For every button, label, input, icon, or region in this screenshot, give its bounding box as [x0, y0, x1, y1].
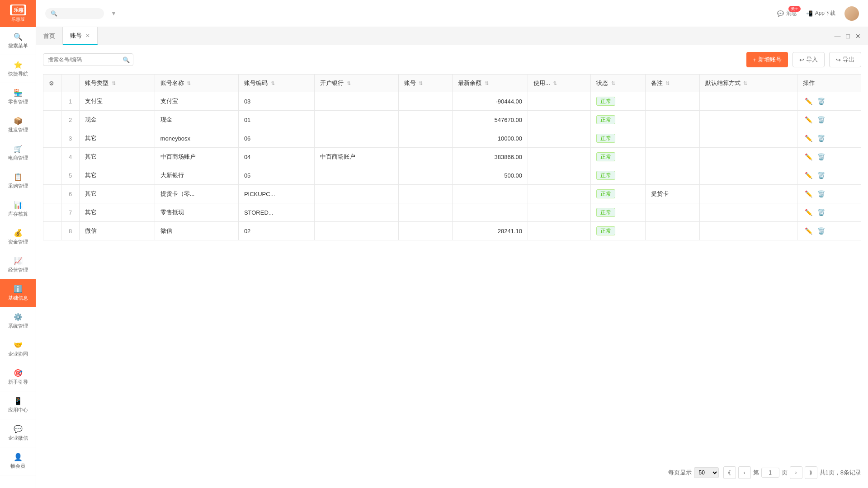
cell-usage	[528, 166, 590, 185]
th-balance-label: 最新余额	[458, 80, 481, 86]
export-label: 导出	[843, 56, 854, 64]
edit-button[interactable]: ✏️	[803, 134, 814, 143]
cell-bank	[315, 129, 398, 148]
delete-button[interactable]: 🗑️	[816, 97, 827, 106]
page-input[interactable]	[761, 468, 779, 478]
cell-default-payment	[699, 129, 797, 148]
cell-bank: 中百商场账户	[315, 148, 398, 166]
logo-text: 乐惠版	[11, 16, 25, 23]
message-icon: 💬	[777, 10, 784, 17]
per-page-select[interactable]: 50 100 200	[694, 467, 719, 478]
sidebar-item-label: 企业协同	[8, 351, 28, 357]
delete-button[interactable]: 🗑️	[816, 226, 827, 235]
window-minimize-button[interactable]: —	[832, 31, 844, 41]
cell-default-payment	[699, 111, 797, 129]
table-row: 1 支付宝 支付宝 03 -90444.00 正常 ✏️ 🗑️	[43, 92, 861, 111]
search-input[interactable]	[43, 53, 133, 66]
cell-remark	[645, 166, 699, 185]
top-search-box[interactable]: 🔍	[45, 8, 104, 19]
delete-button[interactable]: 🗑️	[816, 152, 827, 161]
cell-code: 04	[238, 148, 314, 166]
app-download-button[interactable]: 📲 App下载	[806, 9, 835, 17]
window-maximize-button[interactable]: □	[844, 31, 853, 41]
edit-button[interactable]: ✏️	[803, 115, 814, 124]
edit-button[interactable]: ✏️	[803, 97, 814, 106]
chevron-down-icon[interactable]: ▼	[111, 10, 117, 17]
window-close-button[interactable]: ✕	[853, 31, 863, 41]
th-status[interactable]: 状态 ⇅	[591, 75, 646, 92]
page-next-button[interactable]: ›	[790, 466, 802, 479]
settings-icon[interactable]: ⚙	[49, 80, 54, 87]
th-type[interactable]: 账号类型 ⇅	[80, 75, 155, 92]
sidebar-item-wechat[interactable]: 💬 企业微信	[0, 419, 36, 447]
delete-button[interactable]: 🗑️	[816, 115, 827, 124]
page-first-button[interactable]: ⟪	[723, 466, 736, 479]
user-avatar[interactable]	[844, 6, 859, 21]
th-settings[interactable]: ⚙	[43, 75, 61, 92]
sidebar-item-retail[interactable]: 🏪 零售管理	[0, 83, 36, 111]
header-row: ⚙ 账号类型 ⇅ 账号名称 ⇅ 账号编码 ⇅	[43, 75, 861, 92]
cell-index: 5	[61, 166, 80, 185]
sidebar-item-inventory[interactable]: 📊 库存核算	[0, 195, 36, 223]
th-index	[61, 75, 80, 92]
sidebar-item-guide[interactable]: 🎯 新手引导	[0, 363, 36, 391]
sidebar-item-appcenter[interactable]: 📱 应用中心	[0, 391, 36, 419]
add-account-button[interactable]: + 新增账号	[746, 52, 788, 67]
sort-icon: ⇅	[665, 80, 670, 86]
sidebar-item-operations[interactable]: 📈 经营管理	[0, 251, 36, 279]
cell-balance: 28241.10	[453, 222, 528, 240]
sidebar-item-basic[interactable]: ℹ️ 基础信息	[0, 279, 36, 307]
sidebar-item-finance[interactable]: 💰 资金管理	[0, 223, 36, 251]
th-default-payment-label: 默认结算方式	[705, 80, 741, 86]
cell-index: 3	[61, 129, 80, 148]
th-default-payment[interactable]: 默认结算方式 ⇅	[699, 75, 797, 92]
cell-index: 6	[61, 185, 80, 203]
th-code[interactable]: 账号编码 ⇅	[238, 75, 314, 92]
cell-status: 正常	[591, 111, 646, 129]
page-last-button[interactable]: ⟫	[805, 466, 817, 479]
th-balance[interactable]: 最新余额 ⇅	[453, 75, 528, 92]
sidebar-item-corp[interactable]: 🤝 企业协同	[0, 335, 36, 363]
tab-home[interactable]: 首页	[36, 27, 63, 45]
table-row: 2 现金 现金 01 547670.00 正常 ✏️ 🗑️	[43, 111, 861, 129]
delete-button[interactable]: 🗑️	[816, 189, 827, 198]
edit-button[interactable]: ✏️	[803, 152, 814, 161]
th-bank[interactable]: 开户银行 ⇅	[315, 75, 398, 92]
cell-bank	[315, 166, 398, 185]
tab-close-icon[interactable]: ✕	[85, 33, 90, 39]
cell-bank	[315, 111, 398, 129]
search-wrap: 🔍	[43, 53, 133, 66]
top-bar-left: 🔍 ▼	[45, 8, 117, 19]
th-remark[interactable]: 备注 ⇅	[645, 75, 699, 92]
sort-icon: ⇅	[419, 80, 423, 86]
cell-actions: ✏️ 🗑️	[797, 166, 861, 185]
delete-button[interactable]: 🗑️	[816, 208, 827, 217]
edit-button[interactable]: ✏️	[803, 208, 814, 217]
sidebar-item-member[interactable]: 👤 畅会员	[0, 447, 36, 475]
sidebar-item-label: 基础信息	[8, 295, 28, 301]
message-button[interactable]: 💬 消息 99+	[777, 9, 797, 17]
cell-type: 现金	[80, 111, 155, 129]
sidebar-item-ecommerce[interactable]: 🛒 电商管理	[0, 139, 36, 167]
import-button[interactable]: ↩ 导入	[793, 52, 825, 67]
edit-button[interactable]: ✏️	[803, 226, 814, 235]
export-button[interactable]: ↪ 导出	[829, 52, 861, 67]
delete-button[interactable]: 🗑️	[816, 134, 827, 143]
th-usage[interactable]: 使用... ⇅	[528, 75, 590, 92]
th-account[interactable]: 账号 ⇅	[398, 75, 453, 92]
search-icon[interactable]: 🔍	[123, 56, 130, 63]
th-name[interactable]: 账号名称 ⇅	[155, 75, 238, 92]
tab-account[interactable]: 账号 ✕	[63, 27, 98, 45]
cell-account	[398, 203, 453, 222]
cell-status: 正常	[591, 92, 646, 111]
delete-button[interactable]: 🗑️	[816, 171, 827, 180]
sidebar-item-shortcut[interactable]: ⭐ 快捷导航	[0, 55, 36, 83]
sidebar-item-wholesale[interactable]: 📦 批发管理	[0, 111, 36, 139]
sidebar-item-system[interactable]: ⚙️ 系统管理	[0, 307, 36, 335]
cell-settings	[43, 185, 61, 203]
edit-button[interactable]: ✏️	[803, 171, 814, 180]
sidebar-item-purchase[interactable]: 📋 采购管理	[0, 167, 36, 195]
page-prev-button[interactable]: ‹	[738, 466, 751, 479]
edit-button[interactable]: ✏️	[803, 189, 814, 198]
sidebar-item-search[interactable]: 🔍 搜索菜单	[0, 27, 36, 55]
